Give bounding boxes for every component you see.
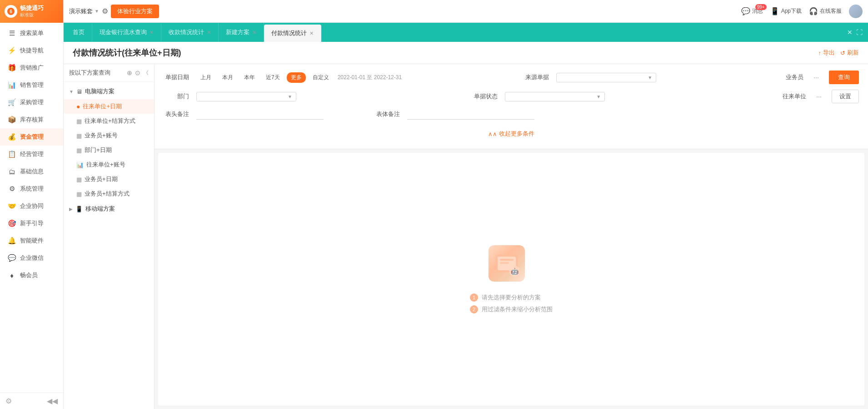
scheme-icon-unit-date: ● (76, 103, 80, 110)
app-download-item[interactable]: 📱 App下载 (770, 7, 802, 15)
collapse-sidebar-icon[interactable]: ◀◀ (47, 397, 58, 405)
scheme-item-staff-settlement[interactable]: ▦业务员+结算方式 (64, 187, 154, 201)
avatar[interactable] (849, 5, 863, 18)
online-service-item[interactable]: 🎧 在线客服 (809, 7, 842, 15)
logo-icon: 6 (5, 5, 17, 18)
scheme-item-unit-settlement[interactable]: ▦往来单位+结算方式 (64, 114, 154, 128)
tab-close-payments[interactable]: ✕ (309, 30, 314, 36)
staff-select-trigger[interactable]: ··· (811, 72, 822, 83)
sidebar-item-sales[interactable]: 📊销售管理 (0, 76, 63, 94)
query-button[interactable]: 查询 (829, 71, 859, 84)
sidebar-icon-member: ♦ (7, 272, 16, 279)
refresh-button[interactable]: ↺ 刷新 (840, 49, 859, 57)
sidebar-item-operations[interactable]: 📋经营管理 (0, 146, 63, 163)
date-this-year[interactable]: 本年 (240, 72, 259, 83)
dept-select[interactable]: ▼ (196, 92, 296, 101)
scheme-item-unit-date[interactable]: ●往来单位+日期 (64, 99, 154, 114)
export-button[interactable]: ↑ 导出 (818, 49, 835, 57)
trial-button[interactable]: 体验行业方案 (111, 5, 159, 18)
tab-close-bank-flow[interactable]: ✕ (150, 30, 154, 35)
scheme-item-staff-account[interactable]: ▦业务员+账号 (64, 128, 154, 143)
date-last-7-days[interactable]: 近7天 (262, 72, 284, 83)
filter-row-2: 部门 ▼ 单据状态 ▼ 往来单位 ··· (164, 90, 859, 103)
sidebar-label-cooperation: 企业协同 (20, 202, 44, 210)
tab-close-receipts[interactable]: ✕ (207, 30, 211, 35)
sidebar-label-wechat: 企业微信 (20, 254, 44, 262)
sidebar-label-capital: 资金管理 (20, 133, 44, 141)
sidebar-item-marketing[interactable]: 🎁营销推广 (0, 59, 63, 76)
sidebar-label-sales: 销售管理 (20, 81, 44, 89)
sidebar-item-inventory[interactable]: 📦库存核算 (0, 111, 63, 128)
desktop-group-arrow: ▼ (69, 89, 74, 94)
expand-window-icon[interactable]: ⛶ (856, 29, 863, 36)
sidebar-icon-guide: 🎯 (7, 219, 16, 227)
scheme-icon-unit-account: 📊 (76, 162, 84, 168)
scheme-item-unit-account[interactable]: 📊往来单位+账号 (64, 157, 154, 172)
scheme-icon-dept-date: ▦ (76, 147, 82, 154)
date-last-month[interactable]: 上月 (196, 72, 215, 83)
tab-new-scheme[interactable]: 新建方案✕ (219, 23, 264, 42)
sidebar-label-marketing: 营销推广 (20, 64, 44, 72)
voucher-status-select[interactable]: ▼ (505, 92, 605, 101)
scheme-item-staff-date[interactable]: ▦业务员+日期 (64, 172, 154, 187)
sidebar-label-operations: 经营管理 (20, 150, 44, 158)
close-window-icon[interactable]: ✕ (847, 29, 853, 36)
mobile-group-header[interactable]: ▶ 📱 移动端方案 (64, 201, 154, 217)
hint-num-2: 2 (470, 305, 478, 313)
add-scheme-icon[interactable]: ⊕ (127, 69, 132, 76)
date-this-month[interactable]: 本月 (218, 72, 237, 83)
tab-receipts[interactable]: 收款情况统计✕ (161, 23, 219, 42)
sidebar-item-purchase[interactable]: 🛒采购管理 (0, 94, 63, 111)
source-select[interactable]: ▼ (556, 73, 656, 82)
sidebar-icon-cooperation: 🤝 (7, 202, 16, 210)
tab-payments[interactable]: 付款情况统计✕ (264, 25, 321, 42)
scheme-item-dept-date[interactable]: ▦部门+日期 (64, 143, 154, 157)
sidebar-item-search-menu[interactable]: ☰搜索菜单 (0, 25, 63, 42)
header-note-input[interactable] (196, 109, 324, 120)
sidebar-item-hardware[interactable]: 🔔智能硬件 (0, 232, 63, 249)
partner-select-trigger[interactable]: ··· (813, 91, 824, 102)
settings-button[interactable]: 设置 (832, 90, 859, 103)
collapse-bar[interactable]: ∧∧ 收起更多条件 (164, 125, 859, 142)
sidebar-icon-basic-info: 🗂 (7, 168, 16, 176)
sidebar-item-member[interactable]: ♦畅会员 (0, 267, 63, 284)
sidebar-item-system[interactable]: ⚙系统管理 (0, 180, 63, 197)
sidebar-item-guide[interactable]: 🎯新手引导 (0, 215, 63, 232)
messages-badge: 99+ (755, 4, 767, 10)
scheme-icon-staff-account: ▦ (76, 132, 82, 139)
scheme-settings-icon[interactable]: ⊙ (135, 69, 140, 76)
content-area: 按以下方案查询 ⊕ ⊙ 《 ▼ 🖥 电脑端方案 (64, 64, 868, 409)
topbar: 演示账套 ▼ ⚙ 体验行业方案 💬 消息 99+ 📱 App下载 🎧 在线客服 (64, 0, 868, 23)
desktop-group-label: 电脑端方案 (85, 87, 115, 96)
sidebar-item-basic-info[interactable]: 🗂基础信息 (0, 163, 63, 180)
left-panel: 按以下方案查询 ⊕ ⊙ 《 ▼ 🖥 电脑端方案 (64, 64, 155, 409)
desktop-group-header[interactable]: ▼ 🖥 电脑端方案 (64, 84, 154, 99)
date-custom-btn[interactable]: 自定义 (309, 72, 333, 83)
sidebar-item-wechat[interactable]: 💬企业微信 (0, 249, 63, 267)
tab-label-receipts: 收款情况统计 (169, 28, 204, 36)
empty-text: 1 请先选择要分析的方案 2 用过滤条件来缩小分析范围 (470, 293, 553, 313)
scheme-icon-staff-settlement: ▦ (76, 191, 82, 197)
topbar-settings-icon[interactable]: ⚙ (102, 7, 108, 15)
collapse-icon: ∧∧ (488, 131, 497, 137)
page-content: 付款情况统计(往来单位+日期) ↑ 导出 ↺ 刷新 按以下方案查询 ⊕ (64, 42, 868, 409)
svg-rect-4 (500, 259, 514, 261)
user-switcher[interactable]: 演示账套 ▼ (69, 7, 99, 15)
filter-row-1: 单据日期 上月 本月 本年 近7天 更多 自定义 2022-01-01 至 20… (164, 71, 859, 84)
tab-home[interactable]: 首页 (65, 23, 92, 42)
date-range-display: 2022-01-01 至 2022-12-31 (338, 74, 402, 81)
tab-right-actions: ✕ ⛶ (847, 23, 866, 42)
sidebar-item-capital[interactable]: 💰资金管理 (0, 128, 63, 146)
messages-item[interactable]: 💬 消息 99+ (741, 7, 763, 15)
hint-text-2: 用过滤条件来缩小分析范围 (482, 305, 553, 313)
tab-bank-flow[interactable]: 现金银行流水查询✕ (92, 23, 161, 42)
sidebar-item-cooperation[interactable]: 🤝企业协同 (0, 197, 63, 215)
dept-select-arrow: ▼ (288, 94, 292, 99)
body-note-input[interactable] (407, 109, 534, 120)
date-more-btn[interactable]: 更多 (287, 72, 306, 83)
sidebar-item-quick-nav[interactable]: ⚡快捷导航 (0, 42, 63, 59)
empty-illustration: 🤖 (489, 245, 534, 286)
left-panel-collapse-icon[interactable]: 《 (143, 69, 149, 77)
settings-footer-icon[interactable]: ⚙ (5, 397, 12, 405)
tab-close-new-scheme[interactable]: ✕ (252, 30, 256, 35)
